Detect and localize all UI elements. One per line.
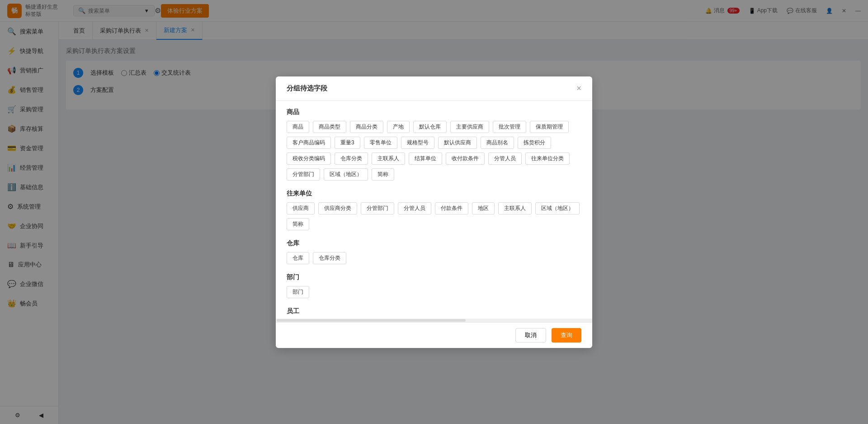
field-tag-0-18[interactable]: 结算单位: [409, 152, 442, 165]
field-tag-0-14[interactable]: 拣货积分: [518, 137, 551, 149]
field-section-4: 员工业务员: [287, 307, 581, 319]
modal-title: 分组待选字段: [287, 84, 327, 93]
field-tags-0: 商品商品类型商品分类产地默认仓库主要供应商批次管理保质期管理客户商品编码重量3零…: [287, 121, 581, 181]
section-title-2: 仓库: [287, 239, 581, 248]
field-tag-0-7[interactable]: 保质期管理: [530, 121, 569, 133]
field-tag-0-23[interactable]: 区域（地区）: [324, 168, 368, 181]
field-section-0: 商品商品商品类型商品分类产地默认仓库主要供应商批次管理保质期管理客户商品编码重量…: [287, 108, 581, 181]
section-title-3: 部门: [287, 273, 581, 281]
modal-footer: 取消 查询: [276, 322, 592, 348]
field-tag-0-1[interactable]: 商品类型: [313, 121, 346, 133]
field-tag-0-8[interactable]: 客户商品编码: [287, 137, 331, 149]
section-title-1: 往来单位: [287, 190, 581, 198]
field-tag-0-21[interactable]: 往来单位分类: [525, 152, 570, 165]
field-tag-1-0[interactable]: 供应商: [287, 202, 315, 214]
field-tag-0-5[interactable]: 主要供应商: [450, 121, 489, 133]
field-tag-1-4[interactable]: 付款条件: [435, 202, 468, 214]
field-tag-0-20[interactable]: 分管人员: [488, 152, 522, 165]
field-tag-2-0[interactable]: 仓库: [287, 252, 309, 264]
modal-close-btn[interactable]: ×: [576, 84, 581, 93]
field-tag-0-9[interactable]: 重量3: [335, 137, 360, 149]
scrollbar-thumb: [277, 319, 466, 322]
field-tag-0-19[interactable]: 收付款条件: [446, 152, 485, 165]
field-tag-1-7[interactable]: 区域（地区）: [535, 202, 580, 214]
field-tag-0-3[interactable]: 产地: [387, 121, 410, 133]
modal-overlay: 分组待选字段 × 商品商品商品类型商品分类产地默认仓库主要供应商批次管理保质期管…: [0, 0, 868, 424]
field-tag-2-1[interactable]: 仓库分类: [313, 252, 346, 264]
modal-header: 分组待选字段 ×: [276, 76, 592, 101]
field-section-1: 往来单位供应商供应商分类分管部门分管人员付款条件地区主联系人区域（地区）简称: [287, 190, 581, 230]
field-section-3: 部门部门: [287, 273, 581, 298]
field-tag-0-17[interactable]: 主联系人: [372, 152, 405, 165]
field-tag-0-15[interactable]: 税收分类编码: [287, 152, 331, 165]
field-tag-0-10[interactable]: 零售单位: [364, 137, 397, 149]
field-tag-1-8[interactable]: 简称: [287, 218, 309, 230]
field-tag-0-4[interactable]: 默认仓库: [413, 121, 447, 133]
field-tag-1-2[interactable]: 分管部门: [361, 202, 394, 214]
field-tag-0-24[interactable]: 简称: [372, 168, 394, 181]
field-tags-3: 部门: [287, 286, 581, 298]
field-tag-1-1[interactable]: 供应商分类: [318, 202, 357, 214]
section-title-4: 员工: [287, 307, 581, 315]
field-tag-0-16[interactable]: 仓库分类: [335, 152, 368, 165]
section-title-0: 商品: [287, 108, 581, 116]
field-tag-0-12[interactable]: 默认供应商: [438, 137, 477, 149]
field-tag-0-0[interactable]: 商品: [287, 121, 309, 133]
modal: 分组待选字段 × 商品商品商品类型商品分类产地默认仓库主要供应商批次管理保质期管…: [276, 76, 592, 348]
modal-body: 商品商品商品类型商品分类产地默认仓库主要供应商批次管理保质期管理客户商品编码重量…: [276, 101, 592, 319]
field-tags-1: 供应商供应商分类分管部门分管人员付款条件地区主联系人区域（地区）简称: [287, 202, 581, 230]
field-tags-2: 仓库仓库分类: [287, 252, 581, 264]
field-tag-3-0[interactable]: 部门: [287, 286, 309, 298]
field-tag-0-2[interactable]: 商品分类: [350, 121, 383, 133]
field-section-2: 仓库仓库仓库分类: [287, 239, 581, 264]
field-tag-1-3[interactable]: 分管人员: [398, 202, 431, 214]
cancel-button[interactable]: 取消: [515, 328, 546, 343]
field-tag-1-6[interactable]: 主联系人: [498, 202, 532, 214]
confirm-button[interactable]: 查询: [552, 328, 581, 343]
field-tag-1-5[interactable]: 地区: [472, 202, 495, 214]
field-tag-0-13[interactable]: 商品别名: [481, 137, 514, 149]
field-tag-0-6[interactable]: 批次管理: [493, 121, 526, 133]
field-tag-0-22[interactable]: 分管部门: [287, 168, 320, 181]
field-tag-0-11[interactable]: 规格型号: [401, 137, 434, 149]
horizontal-scrollbar: [276, 319, 592, 322]
